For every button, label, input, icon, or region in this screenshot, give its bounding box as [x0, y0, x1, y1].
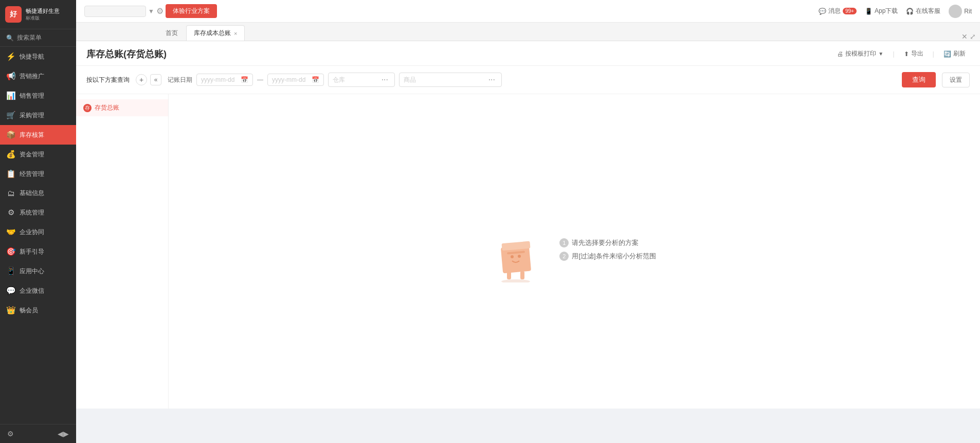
chevron-down-icon: ▼: [148, 8, 154, 15]
scheme-sidebar: 存 存货总账: [76, 94, 169, 409]
filter-panel: 按以下方案查询 + « 记账日期 yyyy-mm-dd 📅 — yyyy-mm-…: [76, 66, 980, 94]
refresh-button[interactable]: 🔄 刷新: [939, 47, 970, 60]
messages-badge: 99+: [843, 8, 857, 14]
sidebar-footer: ⚙ ◀▶: [0, 424, 76, 443]
product-more-icon: ···: [486, 75, 497, 84]
sidebar-item-label: 经营管理: [20, 170, 44, 179]
app-badge: 标准版: [26, 15, 60, 22]
filter-label: 按以下方案查询: [86, 76, 130, 84]
export-label: 导出: [911, 49, 923, 58]
online-service-btn[interactable]: 🎧 在线客服: [906, 7, 940, 15]
finance-icon: 💰: [6, 150, 15, 159]
sidebar-item-finance[interactable]: 💰 资金管理: [0, 145, 76, 164]
date-end-placeholder: yyyy-mm-dd: [272, 76, 305, 83]
sidebar-item-label: 企业协同: [20, 228, 44, 237]
sidebar-item-corp-wechat[interactable]: 💬 企业微信: [0, 281, 76, 300]
tab-bar-right: ✕ ⤢: [957, 32, 980, 41]
export-button[interactable]: ⬆ 导出: [900, 47, 928, 60]
online-service-label: 在线客服: [916, 7, 940, 15]
corp-wechat-icon: 💬: [6, 286, 15, 295]
sidebar-item-vip[interactable]: 👑 畅会员: [0, 300, 76, 320]
sidebar-item-operation[interactable]: 📋 经营管理: [0, 164, 76, 184]
operation-icon: 📋: [6, 169, 15, 179]
warehouse-select[interactable]: 仓库 ···: [328, 73, 395, 87]
user-name: Rit: [964, 8, 972, 15]
hint1-num: 1: [559, 238, 569, 247]
sales-icon: 📊: [6, 91, 15, 100]
tab-close-icon[interactable]: ×: [234, 30, 237, 37]
settings-icon[interactable]: ⚙: [7, 430, 14, 438]
scheme-panel: 存 存货总账: [76, 94, 980, 409]
calendar-icon: 📅: [241, 76, 248, 83]
sidebar-item-enterprise[interactable]: 🤝 企业协同: [0, 222, 76, 242]
gear-icon[interactable]: ⚙: [156, 6, 164, 16]
empty-svg: [493, 226, 544, 282]
empty-hint-1: 1 请先选择要分析的方案: [559, 238, 656, 247]
trial-button[interactable]: 体验行业方案: [166, 4, 217, 18]
page-header-actions: 🖨 按模板打印 ▼ | ⬆ 导出 | 🔄 刷新: [833, 47, 970, 60]
tabbar: 首页 库存成本总账 × ✕ ⤢: [76, 23, 980, 41]
user-avatar: [949, 5, 962, 18]
svg-point-7: [501, 279, 530, 282]
hint1-text: 请先选择要分析的方案: [572, 238, 639, 247]
page-title: 库存总账(存货总账): [86, 48, 167, 60]
filter-collapse-button[interactable]: «: [150, 74, 161, 85]
divider2: |: [933, 50, 934, 58]
sidebar-item-label: 基础信息: [20, 189, 44, 198]
export-icon: ⬆: [904, 50, 909, 58]
purchase-icon: 🛒: [6, 111, 15, 120]
tab-bar-expand-icon[interactable]: ⤢: [970, 32, 976, 41]
divider: |: [893, 50, 894, 58]
query-button[interactable]: 查询: [902, 72, 936, 87]
sidebar-item-label: 系统管理: [20, 208, 44, 217]
sidebar-item-marketing[interactable]: 📢 营销推广: [0, 66, 76, 86]
app-download-btn[interactable]: 📱 App下载: [865, 7, 898, 15]
sidebar-item-system[interactable]: ⚙ 系统管理: [0, 203, 76, 222]
tab-inventory-ledger[interactable]: 库存成本总账 ×: [186, 25, 245, 41]
svg-point-5: [511, 255, 514, 258]
date-label: 记账日期: [168, 76, 192, 84]
messages-btn[interactable]: 💬 消息 99+: [819, 7, 857, 15]
sidebar-item-label: 销售管理: [20, 92, 44, 100]
sidebar-search[interactable]: 🔍 搜索菜单: [0, 29, 76, 47]
sidebar-item-sales[interactable]: 📊 销售管理: [0, 86, 76, 105]
date-end-input[interactable]: yyyy-mm-dd 📅: [267, 74, 324, 86]
sidebar-item-quick-nav[interactable]: ⚡ 快捷导航: [0, 47, 76, 66]
sidebar-item-label: 畅会员: [20, 306, 38, 315]
sidebar: 好 畅捷通好生意 标准版 🔍 搜索菜单 ⚡ 快捷导航 📢 营销推广 📊 销售管理…: [0, 0, 76, 443]
scheme-item-stock-ledger[interactable]: 存 存货总账: [76, 99, 168, 116]
marketing-icon: 📢: [6, 72, 15, 81]
warehouse-label: 仓库: [333, 76, 345, 84]
system-icon: ⚙: [6, 208, 15, 217]
filter-row: 记账日期 yyyy-mm-dd 📅 — yyyy-mm-dd 📅 仓库 ··· …: [168, 73, 896, 87]
warehouse-more-icon: ···: [379, 75, 390, 84]
headset-icon: 🎧: [906, 8, 914, 15]
empty-state: 1 请先选择要分析的方案 2 用[过滤]条件来缩小分析范围: [169, 94, 980, 409]
print-chevron-icon: ▼: [878, 51, 883, 57]
sidebar-item-label: 企业微信: [20, 287, 44, 295]
sidebar-item-app-center[interactable]: 📱 应用中心: [0, 261, 76, 281]
hint2-num: 2: [559, 252, 569, 261]
tab-inventory-ledger-label: 库存成本总账: [194, 29, 231, 38]
topbar: ▼ ⚙ 体验行业方案 💬 消息 99+ 📱 App下载 🎧 在线客服 Rit: [76, 0, 980, 23]
sidebar-item-newbie[interactable]: 🎯 新手引导: [0, 242, 76, 261]
print-button[interactable]: 🖨 按模板打印 ▼: [833, 47, 887, 60]
sidebar-item-inventory[interactable]: 📦 库存核算: [0, 125, 76, 145]
date-start-input[interactable]: yyyy-mm-dd 📅: [196, 74, 253, 86]
user-profile[interactable]: Rit: [949, 5, 972, 18]
breadcrumb-input[interactable]: [84, 6, 146, 17]
filter-add-button[interactable]: +: [136, 74, 147, 85]
sidebar-item-label: 库存核算: [20, 131, 44, 139]
sidebar-item-label: 快捷导航: [20, 52, 44, 61]
sidebar-item-basic[interactable]: 🗂 基础信息: [0, 184, 76, 203]
sidebar-item-purchase[interactable]: 🛒 采购管理: [0, 105, 76, 125]
refresh-label: 刷新: [953, 49, 966, 58]
setting-button[interactable]: 设置: [942, 73, 970, 87]
product-select[interactable]: 商品 ···: [399, 73, 502, 87]
message-icon: 💬: [819, 8, 826, 15]
collapse-icon[interactable]: ◀▶: [58, 430, 69, 438]
tab-bar-close-button[interactable]: ✕: [961, 32, 968, 41]
filter-actions: + «: [136, 74, 161, 85]
tab-home[interactable]: 首页: [158, 25, 185, 41]
hint2-text: 用[过滤]条件来缩小分析范围: [572, 252, 656, 261]
